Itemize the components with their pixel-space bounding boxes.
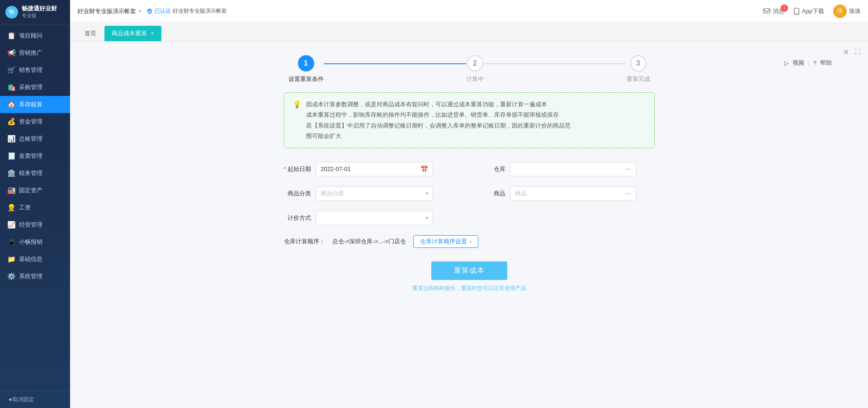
tab-home-label: 首页 — [85, 29, 96, 38]
project-icon: 📋 — [7, 32, 15, 40]
expense-icon: 📱 — [7, 238, 15, 246]
info-box-content: 💡 因成本计算参数调整，或是对商品成本有疑问时，可以通过成本重算功能，重新计算一… — [292, 99, 646, 142]
sidebar-item-marketing[interactable]: 📢 营销推广 — [0, 44, 70, 62]
sidebar: 畅 畅捷通好业财 专业版 📋 项目顾问 📢 营销推广 🛒 销售管理 🛍️ 采购管… — [0, 0, 70, 408]
app-icon: 畅 — [5, 6, 18, 19]
start-date-label: 起始日期 — [284, 165, 311, 173]
user-avatar-area[interactable]: 珠 珠珠 — [833, 5, 861, 18]
sidebar-item-label-expense: 小畅报销 — [19, 238, 42, 246]
warehouse-dots-icon: ··· — [625, 165, 631, 173]
tax-icon: 🏛️ — [7, 169, 15, 177]
sidebar-item-system[interactable]: ⚙️ 系统管理 — [0, 268, 70, 285]
expand-window-icon[interactable]: ⛶ — [854, 48, 861, 57]
product-placeholder: 商品 — [515, 190, 527, 198]
video-link[interactable]: 视频 — [793, 59, 804, 67]
topbar: 好业财专业版演示帐套 ▾ 已认证 好业财专业版演示帐套 消息 1 — [70, 0, 868, 23]
step-2: 2 计算中 — [466, 55, 484, 83]
sidebar-item-tax[interactable]: 🏛️ 税务管理 — [0, 165, 70, 182]
recalculate-label: 重算成本 — [454, 266, 485, 274]
bulb-icon: 💡 — [292, 100, 302, 142]
sidebar-item-expense[interactable]: 📱 小畅报销 — [0, 233, 70, 251]
sidebar-item-assets[interactable]: 🏭 固定资产 — [0, 182, 70, 199]
warehouse-input[interactable]: ··· — [510, 162, 637, 176]
sidebar-item-label-finance: 资金管理 — [19, 118, 42, 126]
help-icon: ? — [813, 60, 816, 66]
sidebar-item-label-management: 经营管理 — [19, 221, 42, 229]
recalc-section: 重算成本 重算过程耗时较长，重算时您可以正常使用产品 — [284, 261, 655, 292]
invoice-icon: 🧾 — [7, 152, 15, 160]
pricing-label: 计价方式 — [284, 214, 311, 222]
sidebar-item-purchase[interactable]: 🛍️ 采购管理 — [0, 79, 70, 96]
tab-home[interactable]: 首页 — [77, 26, 104, 41]
account-name: 好业财专业版演示帐套 — [77, 7, 136, 15]
recalculate-button[interactable]: 重算成本 — [431, 261, 507, 280]
sidebar-item-sales[interactable]: 🛒 销售管理 — [0, 62, 70, 79]
product-field: 商品 商品 ··· — [478, 186, 655, 201]
app-name: 畅捷通好业财 — [22, 5, 57, 13]
sidebar-item-project[interactable]: 📋 项目顾问 — [0, 27, 70, 44]
finance-icon: 💰 — [7, 118, 15, 126]
form-row-3: 计价方式 ▾ — [284, 211, 655, 225]
sidebar-item-management[interactable]: 📈 经营管理 — [0, 216, 70, 233]
tab-close-icon[interactable]: ✕ — [151, 31, 154, 36]
step-1: 1 设置重算条件 — [288, 55, 324, 83]
warehouse-order-value: 总仓->深圳仓库->...->门店仓 — [332, 237, 406, 246]
step-2-number: 2 — [473, 59, 477, 67]
warehouse-order-settings-button[interactable]: 仓库计算顺序设置 › — [413, 235, 478, 248]
category-field: 商品分类 商品分类 ▾ — [284, 186, 460, 201]
sidebar-item-label-project: 项目顾问 — [19, 32, 42, 40]
shield-icon — [146, 8, 153, 14]
message-icon — [763, 8, 770, 15]
chevron-down-pricing: ▾ — [426, 215, 428, 220]
system-icon: ⚙️ — [7, 272, 15, 280]
sidebar-item-inventory[interactable]: 🏠 库存核算 — [0, 96, 70, 113]
category-placeholder: 商品分类 — [321, 190, 344, 198]
start-date-value: 2022-07-01 — [321, 166, 351, 172]
step-line-2 — [484, 63, 627, 64]
sidebar-item-label-marketing: 营销推广 — [19, 49, 42, 57]
product-input[interactable]: 商品 ··· — [510, 186, 637, 201]
step-1-circle: 1 — [298, 55, 314, 71]
sidebar-nav: 📋 项目顾问 📢 营销推广 🛒 销售管理 🛍️ 采购管理 🏠 库存核算 💰 资金… — [0, 24, 70, 391]
app-name-block: 畅捷通好业财 专业版 — [22, 5, 57, 19]
sidebar-item-basic[interactable]: 📁 基础信息 — [0, 251, 70, 268]
steps-wrapper: 1 设置重算条件 2 计算中 3 — [288, 55, 650, 83]
tabs-bar: 首页 商品成本重算 ✕ — [70, 23, 868, 42]
help-link[interactable]: 帮助 — [820, 59, 832, 67]
content-area: ✕ ⛶ 1 设置重算条件 2 计算中 — [70, 42, 868, 408]
chevron-right-icon: › — [470, 238, 472, 245]
play-circle-icon: ▷ — [784, 60, 789, 66]
app-download-button[interactable]: App下载 — [793, 7, 824, 15]
step-1-label: 设置重算条件 — [288, 75, 324, 83]
category-select[interactable]: 商品分类 ▾ — [316, 186, 433, 201]
account-selector[interactable]: 好业财专业版演示帐套 ▾ — [77, 7, 141, 15]
sidebar-item-invoice[interactable]: 🧾 发票管理 — [0, 147, 70, 165]
management-icon: 📈 — [7, 221, 15, 229]
warehouse-order-label: 仓库计算顺序： — [284, 237, 325, 246]
sidebar-unpin-btn[interactable]: ◄取消固定 — [0, 391, 70, 408]
sidebar-unpin-label: ◄取消固定 — [7, 396, 34, 403]
step-3-circle: 3 — [630, 55, 646, 71]
sidebar-item-label-assets: 固定资产 — [19, 186, 42, 195]
ledger-icon: 📊 — [7, 135, 15, 143]
basic-icon: 📁 — [7, 255, 15, 263]
warehouse-field: 仓库 ··· — [478, 162, 655, 176]
calendar-icon: 📅 — [420, 166, 428, 173]
sidebar-item-label-sales: 销售管理 — [19, 66, 42, 74]
inventory-icon: 🏠 — [7, 100, 15, 109]
sidebar-item-finance[interactable]: 💰 资金管理 — [0, 113, 70, 130]
tab-cost-recalc-label: 商品成本重算 — [112, 29, 147, 38]
sidebar-item-ledger[interactable]: 📊 总账管理 — [0, 130, 70, 147]
sidebar-item-salary[interactable]: 👷 工资 — [0, 199, 70, 216]
tab-cost-recalc[interactable]: 商品成本重算 ✕ — [104, 26, 161, 41]
step-3: 3 重算完成 — [627, 55, 650, 83]
start-date-input[interactable]: 2022-07-01 📅 — [316, 162, 433, 176]
info-line-1: 因成本计算参数调整，或是对商品成本有疑问时，可以通过成本重算功能，重新计算一遍成… — [306, 99, 571, 109]
category-label: 商品分类 — [284, 190, 311, 198]
assets-icon: 🏭 — [7, 186, 15, 195]
message-button[interactable]: 消息 1 — [763, 7, 784, 15]
pricing-select[interactable]: ▾ — [316, 211, 433, 225]
main-panel: 好业财专业版演示帐套 ▾ 已认证 好业财专业版演示帐套 消息 1 — [70, 0, 868, 408]
svg-point-2 — [796, 13, 797, 14]
sidebar-item-label-inventory: 库存核算 — [19, 100, 42, 109]
